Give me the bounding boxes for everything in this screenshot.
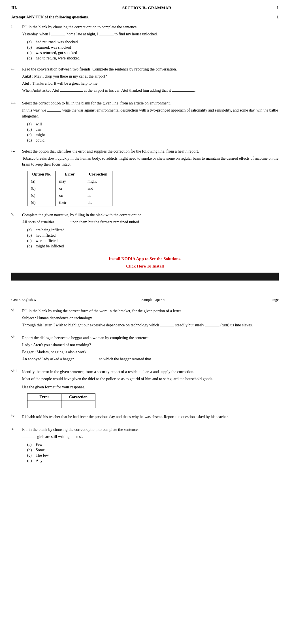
opt-text-id: had to return, were shocked xyxy=(36,56,279,61)
question-x: x. Fill in the blank by choosing the cor… xyxy=(11,427,279,463)
q-vi-instruction: Fill in the blank by using the correct f… xyxy=(22,308,279,314)
install-banner[interactable]: Install NODIA App to See the Solutions. … xyxy=(11,255,279,270)
q-x-instruction: Fill in the blank by choosing the correc… xyxy=(22,427,279,433)
q-ii-line2: Atul : Thanks a lot. It will be a great … xyxy=(22,80,279,86)
question-viii: viii. Identify the error in the given se… xyxy=(11,369,279,408)
q-num-iii: iii. xyxy=(11,100,22,120)
intro-text: Attempt ANY TEN of the following questio… xyxy=(11,15,89,20)
blank-2 xyxy=(99,35,114,35)
banner-line2[interactable]: Click Here To Install xyxy=(11,263,279,270)
td-viii-correction xyxy=(61,401,95,408)
blank-vi-1 xyxy=(160,326,174,326)
q-i-options: (a) had returned, was shocked (b) return… xyxy=(27,40,279,61)
option-i-d: (d) had to return, were shocked xyxy=(27,56,279,61)
td-d-opt: (d) xyxy=(27,199,56,206)
option-iii-c: (c) might xyxy=(27,133,279,137)
q-text-viii: Identify the error in the given sentence… xyxy=(22,369,279,391)
question-ii: ii. Read the conversation between two fr… xyxy=(11,66,279,95)
q-ix-instruction: Rishabh told his teacher that he had fev… xyxy=(22,414,279,420)
question-i: i. Fill in the blank by choosing the cor… xyxy=(11,24,279,61)
blank-v xyxy=(55,223,69,223)
blank-1 xyxy=(51,35,65,35)
option-iii-d: (d) could xyxy=(27,138,279,143)
blank-iii xyxy=(47,111,61,112)
q-text-iv: Select the option that identifies the er… xyxy=(22,148,279,168)
option-v-a: (a) are being inflicted xyxy=(27,228,279,232)
q-i-sentence: Yesterday, when I home late at night, I … xyxy=(22,31,279,37)
q-vi-subject: Subject : Human dependence on technology… xyxy=(22,315,279,321)
question-iii: iii. Select the correct option to fill i… xyxy=(11,100,279,143)
p2-header-left: CBSE English X xyxy=(11,298,36,302)
q-text-i: Fill in the blank by choosing the correc… xyxy=(22,24,279,38)
td-a-error: may xyxy=(56,178,84,185)
table-row xyxy=(27,401,95,408)
q-ii-line1: Ankit : May I drop you there in my car a… xyxy=(22,73,279,79)
question-x-row: x. Fill in the blank by choosing the cor… xyxy=(11,427,279,441)
q-viii-instruction: Identify the error in the given sentence… xyxy=(22,369,279,375)
option-i-a: (a) had returned, was shocked xyxy=(27,40,279,44)
opt-label-xc: (c) xyxy=(27,453,36,458)
q-num-vii: vii. xyxy=(11,335,22,363)
question-vii: vii. Report the dialogue between a begga… xyxy=(11,335,279,363)
q-ii-instruction: Read the conversation between two friend… xyxy=(22,66,279,72)
header-divider xyxy=(11,306,279,306)
q-i-instruction: Fill in the blank by choosing the correc… xyxy=(22,24,279,30)
option-i-b: (b) returned, was shocked xyxy=(27,45,279,50)
banner-line1[interactable]: Install NODIA App to See the Solutions. xyxy=(11,255,279,263)
section-roman: III. xyxy=(11,6,17,10)
question-v: v. Complete the given narrative, by fill… xyxy=(11,212,279,249)
q-v-options: (a) are being inflicted (b) had inflicte… xyxy=(27,228,279,249)
underline-any-ten: ANY TEN xyxy=(26,15,44,19)
th-error: Error xyxy=(56,171,84,178)
option-x-c: (c) The few xyxy=(27,453,279,458)
page-header: III. SECTION B- GRAMMAR 1 xyxy=(11,6,279,10)
opt-label-vd: (d) xyxy=(27,244,36,249)
opt-text-xa: Few xyxy=(36,442,279,447)
table-row: (d) their the xyxy=(27,199,112,206)
q-x-sentence: girls are still writing the test. xyxy=(22,434,279,440)
iv-table: Option No. Error Correction (a) may migh… xyxy=(27,171,112,206)
td-b-opt: (b) xyxy=(27,185,56,192)
opt-label-vb: (b) xyxy=(27,233,36,238)
th-viii-error: Error xyxy=(27,394,61,401)
q-num-v: v. xyxy=(11,212,22,226)
q-num-viii: viii. xyxy=(11,369,22,391)
q-viii-sentence: Most of the people would have given the … xyxy=(22,376,279,382)
question-iv-row: iv. Select the option that identifies th… xyxy=(11,148,279,168)
blank-x xyxy=(22,438,36,438)
td-c-error: on xyxy=(56,192,84,199)
q-text-ix: Rishabh told his teacher that he had fev… xyxy=(22,414,279,421)
blank-vii-1 xyxy=(75,360,97,360)
opt-label-vc: (c) xyxy=(27,239,36,243)
q-iii-instruction: Select the correct option to fill in the… xyxy=(22,100,279,106)
q-text-ii: Read the conversation between two friend… xyxy=(22,66,279,95)
q-num-vi: vi. xyxy=(11,308,22,329)
q-text-iii: Select the correct option to fill in the… xyxy=(22,100,279,120)
opt-label-iiid: (d) xyxy=(27,138,36,143)
q-vii-line1: Lady : Aren't you ashamed of not working… xyxy=(22,342,279,348)
question-vi: vi. Fill in the blank by using the corre… xyxy=(11,308,279,329)
q-num-i: i. xyxy=(11,24,22,38)
q-text-vii: Report the dialogue between a beggar and… xyxy=(22,335,279,363)
question-iii-row: iii. Select the correct option to fill i… xyxy=(11,100,279,120)
q-text-v: Complete the given narrative, by filling… xyxy=(22,212,279,226)
q-num-ix: ix. xyxy=(11,414,22,421)
p2-header-center: Sample Paper 30 xyxy=(36,298,272,302)
page2-header: CBSE English X Sample Paper 30 Page xyxy=(11,298,279,302)
opt-text-iiia: will xyxy=(36,122,279,127)
opt-text-va: are being inflicted xyxy=(36,228,279,232)
opt-text-vc: were inflicted xyxy=(36,239,279,243)
opt-text-iiic: might xyxy=(36,133,279,137)
opt-text-xd: Any xyxy=(36,459,279,463)
opt-label-xa: (a) xyxy=(27,442,36,447)
opt-label-ia: (a) xyxy=(27,40,36,44)
q-iv-sentence: Tobacco breaks down quickly in the human… xyxy=(22,155,279,167)
question-v-row: v. Complete the given narrative, by fill… xyxy=(11,212,279,226)
td-b-error: or xyxy=(56,185,84,192)
td-c-correction: in xyxy=(84,192,112,199)
q-num-ii: ii. xyxy=(11,66,22,95)
option-v-c: (c) were inflicted xyxy=(27,239,279,243)
td-c-opt: (c) xyxy=(27,192,56,199)
opt-label-xb: (b) xyxy=(27,448,36,452)
q-iii-sentence: In this way, we wage the war against env… xyxy=(22,107,279,119)
